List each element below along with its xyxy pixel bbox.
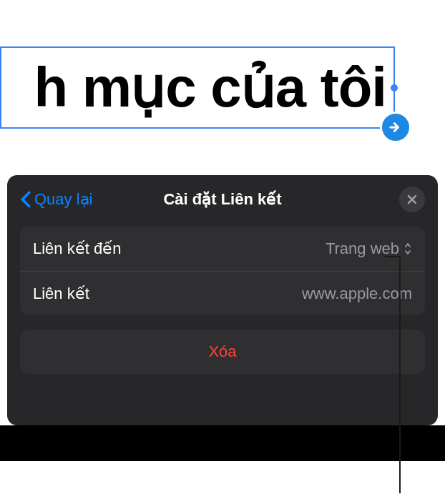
back-label: Quay lại	[34, 190, 92, 209]
link-to-label: Liên kết đến	[33, 239, 121, 258]
link-to-row[interactable]: Liên kết đến Trang web	[20, 227, 425, 271]
panel-header: Quay lại Cài đặt Liên kết	[20, 188, 425, 211]
link-url-row[interactable]: Liên kết www.apple.com	[20, 271, 425, 315]
link-url-label: Liên kết	[33, 285, 89, 303]
document-canvas: h mục của tôi	[0, 0, 445, 175]
bottom-bar-white	[0, 461, 445, 504]
callout-annotation-line	[399, 257, 401, 493]
popup-updown-icon	[404, 242, 412, 255]
share-link-badge[interactable]	[380, 112, 411, 143]
text-selection-box[interactable]: h mục của tôi	[0, 46, 395, 129]
close-button[interactable]	[399, 187, 425, 212]
panel-title: Cài đặt Liên kết	[163, 190, 281, 209]
link-url-placeholder: www.apple.com	[302, 285, 412, 303]
close-icon	[406, 194, 418, 205]
delete-button[interactable]: Xóa	[20, 330, 425, 374]
back-button[interactable]: Quay lại	[20, 190, 92, 209]
link-settings-panel: Quay lại Cài đặt Liên kết Liên kết đến T…	[7, 175, 438, 425]
link-form-group: Liên kết đến Trang web Liên kết www.appl…	[20, 227, 425, 315]
chevron-left-icon	[20, 191, 31, 208]
share-arrow-icon	[388, 119, 404, 135]
link-url-input[interactable]: www.apple.com	[302, 285, 412, 303]
selection-handle-right[interactable]	[391, 84, 398, 92]
selected-text: h mục của tôi	[34, 55, 386, 120]
